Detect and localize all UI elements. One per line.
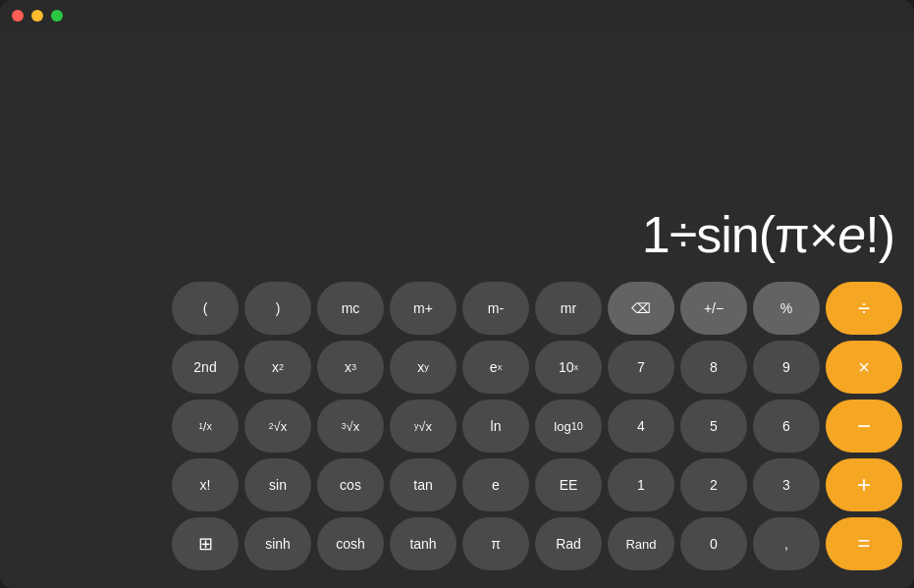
sin-button[interactable]: sin xyxy=(244,458,311,511)
mr-button[interactable]: mr xyxy=(535,282,602,335)
3-button[interactable]: 3 xyxy=(753,458,820,511)
log10-button[interactable]: log10 xyxy=(535,400,602,453)
minimize-button[interactable] xyxy=(31,10,43,22)
4-button[interactable]: 4 xyxy=(608,400,674,453)
mc-button[interactable]: mc xyxy=(317,282,384,335)
cos-button[interactable]: cos xyxy=(317,458,384,511)
backspace-button[interactable]: ⌫ xyxy=(608,282,674,335)
close-paren-button[interactable]: ) xyxy=(244,282,311,335)
plus-minus-button[interactable]: +/− xyxy=(680,282,747,335)
reciprocal-button[interactable]: 1/x xyxy=(172,400,239,453)
subtract-button[interactable]: − xyxy=(826,400,902,453)
buttons-area: ( ) mc m+ m- mr ⌫ +/− % ÷ 2nd x2 x3 xy e… xyxy=(0,274,914,588)
button-row-1: ( ) mc m+ m- mr ⌫ +/− % ÷ xyxy=(12,282,902,335)
calculator-mode-button[interactable]: ⊞ xyxy=(172,517,239,570)
rand-button[interactable]: Rand xyxy=(608,517,674,570)
pi-button[interactable]: π xyxy=(462,517,529,570)
close-button[interactable] xyxy=(12,10,24,22)
display-area: 1÷sin(π×e!) xyxy=(0,31,914,274)
8-button[interactable]: 8 xyxy=(680,341,747,394)
tan-button[interactable]: tan xyxy=(390,458,457,511)
e-power-x-button[interactable]: ex xyxy=(462,341,529,394)
button-row-2: 2nd x2 x3 xy ex 10x 7 8 9 × xyxy=(12,341,902,394)
tanh-button[interactable]: tanh xyxy=(390,517,457,570)
x-squared-button[interactable]: x2 xyxy=(244,341,311,394)
m-plus-button[interactable]: m+ xyxy=(390,282,457,335)
5-button[interactable]: 5 xyxy=(680,400,747,453)
title-bar xyxy=(0,0,914,31)
maximize-button[interactable] xyxy=(51,10,63,22)
add-button[interactable]: + xyxy=(826,458,902,511)
10-power-x-button[interactable]: 10x xyxy=(535,341,602,394)
rad-button[interactable]: Rad xyxy=(535,517,602,570)
display-expression: 1÷sin(π×e!) xyxy=(642,209,894,260)
button-row-4: x! sin cos tan e EE 1 2 3 + xyxy=(12,458,902,511)
yth-root-button[interactable]: y√x xyxy=(390,400,457,453)
factorial-button[interactable]: x! xyxy=(172,458,239,511)
sinh-button[interactable]: sinh xyxy=(244,517,311,570)
9-button[interactable]: 9 xyxy=(753,341,820,394)
divide-button[interactable]: ÷ xyxy=(826,282,902,335)
decimal-button[interactable]: , xyxy=(753,517,820,570)
m-minus-button[interactable]: m- xyxy=(462,282,529,335)
x-power-y-button[interactable]: xy xyxy=(390,341,457,394)
equals-button[interactable]: = xyxy=(826,517,902,570)
open-paren-button[interactable]: ( xyxy=(172,282,239,335)
1-button[interactable]: 1 xyxy=(608,458,674,511)
6-button[interactable]: 6 xyxy=(753,400,820,453)
7-button[interactable]: 7 xyxy=(608,341,674,394)
percent-button[interactable]: % xyxy=(753,282,820,335)
x-cubed-button[interactable]: x3 xyxy=(317,341,384,394)
button-row-3: 1/x 2√x 3√x y√x ln log10 4 5 6 − xyxy=(12,400,902,453)
cbrt-button[interactable]: 3√x xyxy=(317,400,384,453)
sqrt-button[interactable]: 2√x xyxy=(244,400,311,453)
2nd-button[interactable]: 2nd xyxy=(172,341,239,394)
0-button[interactable]: 0 xyxy=(680,517,747,570)
button-row-5: ⊞ sinh cosh tanh π Rad Rand 0 , = xyxy=(12,517,902,570)
cosh-button[interactable]: cosh xyxy=(317,517,384,570)
ln-button[interactable]: ln xyxy=(462,400,529,453)
e-button[interactable]: e xyxy=(462,458,529,511)
ee-button[interactable]: EE xyxy=(535,458,602,511)
multiply-button[interactable]: × xyxy=(826,341,902,394)
2-button[interactable]: 2 xyxy=(680,458,747,511)
